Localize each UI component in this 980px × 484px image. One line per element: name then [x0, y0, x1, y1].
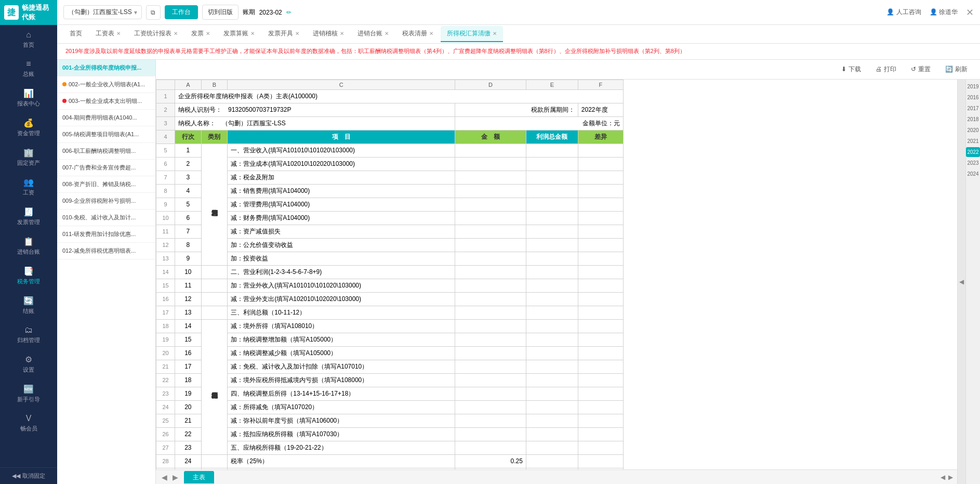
tab-进销稽核[interactable]: 进销稽核✕: [307, 26, 350, 42]
amount-cell[interactable]: [455, 265, 526, 279]
tab-税表清册[interactable]: 税表清册✕: [396, 26, 440, 42]
sidebar-item-tax-mgmt[interactable]: 📑税务管理: [0, 261, 57, 291]
tab-close-btn[interactable]: ✕: [493, 31, 497, 36]
tab-close-btn[interactable]: ✕: [429, 31, 433, 36]
amount-cell[interactable]: [455, 360, 526, 373]
sheet-tab-main[interactable]: 主表: [184, 471, 214, 483]
sidebar-item-fund-mgmt[interactable]: 💰资金管理: [0, 113, 57, 142]
sidebar-item-fixed-assets[interactable]: 🏢固定资产: [0, 142, 57, 172]
scroll-left-btn[interactable]: ◀: [941, 474, 945, 481]
left-panel-item-011[interactable]: 011-研发费用加计扣除优惠...: [57, 226, 155, 243]
tab-close-btn[interactable]: ✕: [206, 31, 210, 36]
amount-cell[interactable]: [455, 225, 526, 238]
left-panel-item-001[interactable]: 001-企业所得税年度纳税申报...: [57, 60, 155, 76]
left-panel-item-007[interactable]: 007-广告费和业务宣传费超...: [57, 160, 155, 176]
close-main-btn[interactable]: ✕: [966, 7, 974, 18]
year-badge-2017[interactable]: 2017: [966, 103, 979, 113]
cancel-fixed-btn[interactable]: ◀◀ 取消固定: [0, 467, 57, 484]
collapse-panel-btn[interactable]: ◀: [957, 80, 965, 484]
consult-btn[interactable]: 👤 人工咨询: [886, 8, 921, 17]
left-panel-item-002[interactable]: 002-一般企业收入明细表(A1...: [57, 76, 155, 93]
tab-close-btn[interactable]: ✕: [250, 31, 255, 36]
amount-cell[interactable]: [455, 198, 526, 211]
sidebar-item-report-center[interactable]: 📊报表中心: [0, 83, 57, 113]
sidebar-item-invoice-mgmt[interactable]: 🧾发票管理: [0, 202, 57, 231]
tab-工资统计报表[interactable]: 工资统计报表✕: [128, 26, 184, 42]
year-badge-2024[interactable]: 2024: [966, 169, 979, 179]
tab-发票[interactable]: 发票✕: [185, 26, 216, 42]
amount-cell[interactable]: [455, 171, 526, 184]
amount-cell[interactable]: [455, 441, 526, 454]
amount-cell[interactable]: [455, 211, 526, 225]
tab-close-btn[interactable]: ✕: [385, 31, 389, 36]
scroll-right-btn[interactable]: ▶: [948, 474, 953, 481]
table-container[interactable]: ABCDEF1企业所得税年度纳税申报表（A类）主表(A100000)2纳税人识别…: [156, 80, 957, 469]
year-badge-2020[interactable]: 2020: [966, 125, 979, 135]
sidebar-item-archive-mgmt[interactable]: 🗂归档管理: [0, 320, 57, 349]
reset-btn[interactable]: ↺ 重置: [907, 63, 935, 76]
tab-发票开具[interactable]: 发票开具✕: [262, 26, 306, 42]
year-badge-2018[interactable]: 2018: [966, 114, 979, 124]
year-badge-2019[interactable]: 2019: [966, 82, 979, 91]
amount-cell[interactable]: [455, 427, 526, 441]
left-panel-item-010[interactable]: 010-免税、减计收入及加计...: [57, 210, 155, 226]
tab-进销台账[interactable]: 进销台账✕: [351, 26, 395, 42]
left-panel-item-008[interactable]: 008-资产折旧、摊销及纳税...: [57, 176, 155, 193]
download-btn[interactable]: ⬇ 下载: [837, 63, 865, 76]
switch-old-btn[interactable]: 切到旧版: [202, 5, 239, 20]
sidebar-item-purchase-sales[interactable]: 📋进销台账: [0, 231, 57, 261]
amount-cell[interactable]: [455, 400, 526, 414]
tab-close-btn[interactable]: ✕: [295, 31, 299, 36]
copy-icon-btn[interactable]: ⧉: [146, 5, 161, 20]
amount-cell[interactable]: [455, 387, 526, 400]
amount-cell[interactable]: [455, 306, 526, 319]
left-panel-item-012[interactable]: 012-减免所得税优惠明细表...: [57, 243, 155, 259]
amount-cell[interactable]: [455, 346, 526, 360]
sidebar-item-settlement[interactable]: 🔄结账: [0, 291, 57, 320]
tab-首页[interactable]: 首页: [63, 26, 88, 42]
year-badge-2016[interactable]: 2016: [966, 93, 979, 102]
company-selector[interactable]: （勾删）江西服宝-LSS ▾: [63, 5, 142, 19]
amount-cell[interactable]: [455, 157, 526, 171]
year-badge-2023[interactable]: 2023: [966, 158, 979, 168]
sidebar-item-new-guide[interactable]: 🆕新手引导: [0, 379, 57, 409]
amount-cell[interactable]: [455, 279, 526, 292]
tab-left-arrow[interactable]: ◀: [160, 473, 169, 481]
left-panel-item-006[interactable]: 006-职工薪酬纳税调整明细...: [57, 143, 155, 160]
tab-close-btn[interactable]: ✕: [116, 31, 121, 36]
amount-cell[interactable]: [455, 414, 526, 427]
amount-cell[interactable]: [455, 333, 526, 346]
left-panel-item-003[interactable]: 003-一般企业成本支出明细...: [57, 93, 155, 110]
sidebar-item-general-ledger[interactable]: ≡总账: [0, 54, 57, 83]
amount-cell[interactable]: [455, 252, 526, 265]
amount-cell[interactable]: [455, 184, 526, 198]
tab-工资表[interactable]: 工资表✕: [89, 26, 127, 42]
sidebar-item-settings[interactable]: ⚙设置: [0, 349, 57, 379]
left-panel-item-009[interactable]: 009-企业所得税附补亏损明...: [57, 193, 155, 210]
sidebar-item-member[interactable]: V畅会员: [0, 409, 57, 438]
sidebar-item-home[interactable]: ⌂首页: [0, 25, 57, 54]
tab-right-arrow[interactable]: ▶: [171, 473, 180, 481]
amount-cell[interactable]: [455, 143, 526, 157]
tab-close-btn[interactable]: ✕: [340, 31, 344, 36]
sidebar-bottom: ◀◀ 取消固定: [0, 467, 57, 484]
period-edit-icon[interactable]: ✏: [286, 9, 292, 16]
tab-close-btn[interactable]: ✕: [174, 31, 178, 36]
sidebar-item-payroll[interactable]: 👥工资: [0, 172, 57, 202]
amount-cell[interactable]: [455, 319, 526, 333]
amount-cell[interactable]: [455, 238, 526, 252]
tab-发票算账[interactable]: 发票算账✕: [217, 26, 261, 42]
year-badge-2022[interactable]: 2022: [966, 147, 979, 157]
left-panel-item-005[interactable]: 005-纳税调整项目明细表(A1...: [57, 126, 155, 143]
amount-cell[interactable]: 0.25: [455, 454, 526, 468]
amount-cell[interactable]: [455, 468, 526, 469]
user-avatar[interactable]: 👤 徐道华: [930, 8, 958, 17]
amount-cell[interactable]: [455, 373, 526, 387]
refresh-btn[interactable]: 🔄 刷新: [941, 63, 972, 76]
workbench-btn[interactable]: 工作台: [165, 5, 198, 19]
left-panel-item-004[interactable]: 004-期间费用明细表(A1040...: [57, 110, 155, 126]
amount-cell[interactable]: [455, 292, 526, 306]
print-btn[interactable]: 🖨 打印: [871, 63, 900, 76]
tab-所得税汇算清缴[interactable]: 所得税汇算清缴✕: [441, 26, 503, 42]
year-badge-2021[interactable]: 2021: [966, 136, 979, 146]
